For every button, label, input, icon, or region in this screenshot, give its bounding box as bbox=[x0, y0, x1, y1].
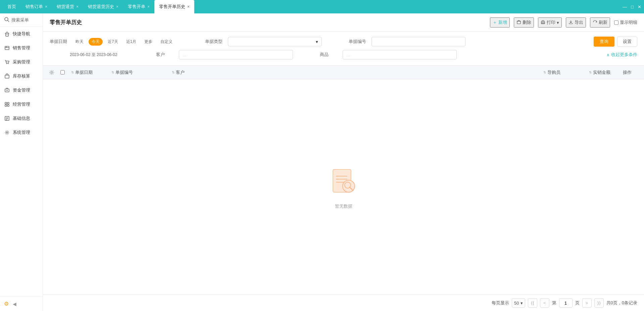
goods-filter-group: 商品 ... bbox=[320, 50, 457, 59]
refresh-button[interactable]: 刷新 bbox=[590, 17, 610, 28]
date-filter-label: 单据日期 bbox=[50, 39, 70, 45]
filter-area: 单据日期 昨天 今天 近7天 近1月 更多 自定义 单据类型 ▾ bbox=[43, 32, 644, 66]
display-detail-input[interactable] bbox=[614, 20, 618, 25]
window-controls: — □ ✕ bbox=[623, 4, 641, 9]
close-btn[interactable]: ✕ bbox=[638, 4, 641, 9]
th-guide-sort-icon: ⇅ bbox=[543, 70, 546, 74]
goods-label: 商品 bbox=[320, 52, 340, 58]
per-page-select[interactable]: 50 ▾ bbox=[512, 298, 525, 308]
delete-button[interactable]: 删除 bbox=[514, 17, 534, 28]
sidebar-item-system-label: 系统管理 bbox=[13, 129, 30, 136]
svg-rect-24 bbox=[542, 22, 544, 23]
date-filter-group: 单据日期 昨天 今天 近7天 近1月 更多 自定义 bbox=[50, 38, 178, 46]
table-header-checkbox[interactable] bbox=[57, 70, 68, 74]
customer-label: 客户 bbox=[156, 52, 176, 58]
main-layout: 搜索采单 快捷导航 销售管理 采购管理 库存核算 bbox=[0, 13, 644, 311]
empty-state: 暂无数据 bbox=[43, 79, 644, 295]
doctype-select[interactable]: ▾ bbox=[228, 37, 322, 46]
goods-input[interactable]: ... bbox=[343, 50, 457, 59]
per-page-label: 每页显示 bbox=[492, 300, 509, 306]
th-guide[interactable]: ⇅ 导购员 bbox=[540, 69, 580, 75]
settings-button[interactable]: 设置 bbox=[617, 37, 637, 47]
sidebar-item-basicinfo[interactable]: 基础信息 bbox=[0, 111, 43, 125]
tab-sales-return-history[interactable]: 销货退货历史 × bbox=[83, 0, 123, 13]
svg-rect-21 bbox=[517, 21, 521, 24]
date-btn-yesterday[interactable]: 昨天 bbox=[72, 38, 87, 46]
per-page-value: 50 bbox=[514, 301, 519, 306]
sidebar-item-purchase[interactable]: 采购管理 bbox=[0, 55, 43, 69]
th-operation: 操作 bbox=[614, 69, 641, 75]
sidebar-item-finance[interactable]: 资金管理 bbox=[0, 83, 43, 97]
doctype-filter-group: 单据类型 ▾ bbox=[205, 37, 322, 46]
page-number-input[interactable] bbox=[559, 298, 573, 308]
sidebar-item-sales[interactable]: 销售管理 bbox=[0, 41, 43, 55]
date-btn-today[interactable]: 今天 bbox=[89, 38, 103, 46]
doctype-dropdown-icon: ▾ bbox=[316, 39, 318, 44]
last-page-btn[interactable]: ⟩⟩ bbox=[594, 298, 604, 308]
sidebar-item-quicknav[interactable]: 快捷导航 bbox=[0, 27, 43, 41]
svg-point-0 bbox=[5, 17, 8, 21]
th-date-sort-icon: ⇅ bbox=[71, 70, 74, 74]
print-dropdown-icon: ▾ bbox=[557, 20, 559, 25]
th-amount-sort-icon: ⇅ bbox=[589, 70, 592, 74]
first-page-btn[interactable]: ⟨⟨ bbox=[528, 298, 537, 308]
settings-icon[interactable]: ⚙ bbox=[4, 301, 9, 307]
date-range-display: 2023-06-02 至 2023-06-02 bbox=[70, 52, 117, 58]
display-detail-checkbox[interactable]: 显示明细 bbox=[614, 19, 637, 25]
tab-close-sales-return[interactable]: × bbox=[76, 4, 79, 9]
collapse-sidebar-icon[interactable]: ◀ bbox=[13, 301, 16, 307]
date-btn-1month[interactable]: 近1月 bbox=[123, 38, 140, 46]
sidebar-item-purchase-label: 采购管理 bbox=[13, 59, 30, 65]
print-button[interactable]: 打印 ▾ bbox=[538, 17, 562, 28]
content-area: 零售开单历史 ＋ 新增 删除 打印 ▾ bbox=[43, 13, 644, 311]
th-customer-sort-icon: ⇅ bbox=[172, 70, 175, 74]
th-num[interactable]: ⇅ 单据编号 bbox=[108, 69, 168, 75]
select-all-checkbox[interactable] bbox=[60, 70, 65, 74]
sidebar-item-management[interactable]: 经营管理 bbox=[0, 97, 43, 111]
date-btn-custom[interactable]: 自定义 bbox=[157, 38, 176, 46]
print-icon bbox=[541, 20, 545, 25]
tab-close-sales-order[interactable]: × bbox=[45, 4, 47, 9]
export-icon bbox=[568, 20, 573, 25]
next-page-btn[interactable]: ＞ bbox=[582, 298, 592, 308]
date-btn-7days[interactable]: 近7天 bbox=[105, 38, 121, 46]
tab-close-retail-order[interactable]: × bbox=[147, 4, 150, 9]
tab-close-retail-history[interactable]: × bbox=[187, 4, 190, 9]
customer-filter-group: 客户 ... bbox=[156, 50, 293, 59]
svg-point-7 bbox=[8, 63, 9, 64]
table-settings-icon[interactable] bbox=[46, 70, 57, 75]
tab-retail-history[interactable]: 零售开单历史 × bbox=[154, 0, 194, 13]
filter-row-1: 单据日期 昨天 今天 近7天 近1月 更多 自定义 单据类型 ▾ bbox=[50, 37, 637, 47]
prev-page-btn[interactable]: ＜ bbox=[540, 298, 549, 308]
customer-input[interactable]: ... bbox=[179, 50, 293, 59]
docnum-input[interactable] bbox=[371, 37, 465, 46]
tab-home[interactable]: + 新增 首页 bbox=[3, 0, 21, 13]
tab-retail-order[interactable]: 零售开单 × bbox=[123, 0, 154, 13]
svg-point-20 bbox=[6, 132, 8, 133]
empty-illustration bbox=[327, 164, 360, 198]
per-page-dropdown-icon: ▾ bbox=[521, 301, 523, 306]
add-button[interactable]: ＋ 新增 bbox=[490, 17, 510, 28]
sidebar-item-system[interactable]: 系统管理 bbox=[0, 125, 43, 140]
sidebar-search[interactable]: 搜索采单 bbox=[0, 13, 43, 27]
date-btn-more[interactable]: 更多 bbox=[141, 38, 155, 46]
sidebar-item-management-label: 经营管理 bbox=[13, 101, 30, 107]
query-button[interactable]: 查询 bbox=[594, 37, 614, 47]
maximize-btn[interactable]: □ bbox=[631, 4, 634, 9]
sidebar-item-inventory[interactable]: 库存核算 bbox=[0, 69, 43, 83]
svg-point-25 bbox=[51, 71, 53, 73]
tab-close-sales-return-history[interactable]: × bbox=[116, 4, 118, 9]
purchase-icon bbox=[4, 59, 10, 65]
export-button[interactable]: 导出 bbox=[566, 17, 586, 28]
minimize-btn[interactable]: — bbox=[623, 4, 627, 9]
svg-rect-13 bbox=[7, 102, 9, 104]
th-amount[interactable]: ⇅ 实销金额 bbox=[580, 69, 614, 75]
svg-rect-8 bbox=[5, 75, 9, 78]
query-buttons: 查询 设置 bbox=[594, 37, 637, 47]
tab-sales-order[interactable]: 销售订单 × bbox=[21, 0, 52, 13]
th-date[interactable]: ⇅ 单据日期 bbox=[68, 69, 108, 75]
th-customer[interactable]: ⇅ 客户 bbox=[168, 69, 540, 75]
total-info: 共0页，0条记录 bbox=[606, 300, 637, 306]
collapse-filter-btn[interactable]: ∧ 收起更多条件 bbox=[606, 52, 637, 58]
tab-sales-return[interactable]: 销货退货 × bbox=[52, 0, 83, 13]
